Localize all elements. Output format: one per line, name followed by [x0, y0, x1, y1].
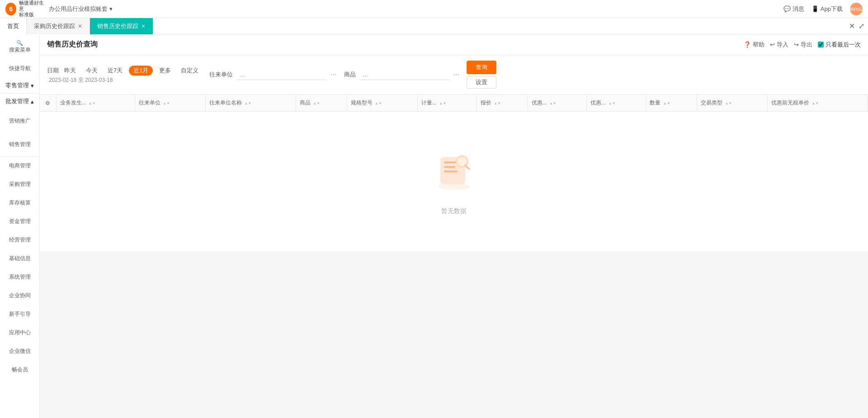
sidebar: 🔍 搜索菜单 快捷导航 零售管理 ▾ 批发管理 ▴ 营销推广 [0, 34, 40, 418]
page-header-actions: ❓ 帮助 ↩ 导入 ↪ 导出 只看最后一次 [744, 41, 861, 49]
sort-icon: ▲▼ [245, 101, 252, 105]
page-title: 销售历史价查询 [47, 40, 98, 49]
sidebar-item-ecommerce[interactable]: 电商管理 [0, 157, 39, 175]
export-button[interactable]: ↪ 导出 [794, 41, 812, 49]
tab-home[interactable]: 首页 [0, 18, 27, 34]
query-button[interactable]: 查询 [467, 61, 496, 74]
column-discount2[interactable]: 优惠... ▲▼ [587, 95, 646, 112]
sidebar-quick-nav[interactable]: 快捷导航 [0, 59, 39, 78]
message-button[interactable]: 💬 消息 [783, 5, 804, 13]
sidebar-search[interactable]: 🔍 搜索菜单 [0, 34, 39, 59]
sidebar-item-app-center[interactable]: 应用中心 [0, 323, 39, 342]
top-header: 6 畅捷通好生意 标准版 办公用品行业模拟账套 ▾ 💬 消息 📱 App下载 d… [0, 0, 868, 18]
sidebar-item-system[interactable]: 系统管理 [0, 268, 39, 286]
filter-actions: 查询 设置 [467, 61, 496, 89]
sort-icon: ▲▼ [313, 101, 320, 105]
goods-label: 商品 [344, 71, 356, 79]
column-trade-type[interactable]: 交易类型 ▲▼ [697, 95, 768, 112]
column-quantity[interactable]: 数量 ▲▼ [646, 95, 697, 112]
sidebar-item-wechat[interactable]: 企业微信 [0, 342, 39, 361]
filter-row: 日期 昨天 今天 近7天 近1月 更多 自定义 2023-02-18 至 202… [47, 61, 861, 89]
sidebar-item-vip[interactable]: 畅会员 [0, 361, 39, 379]
sidebar-item-wholesale[interactable]: 批发管理 ▴ [0, 94, 39, 109]
filter-bar: 日期 昨天 今天 近7天 近1月 更多 自定义 2023-02-18 至 202… [40, 55, 868, 95]
sidebar-item-sales-mgr[interactable]: 销售管理 [0, 133, 39, 156]
sidebar-item-finance[interactable]: 资金管理 [0, 212, 39, 231]
only-last-input[interactable] [818, 42, 824, 48]
sidebar-item-guide[interactable]: 新手引导 [0, 305, 39, 323]
column-pre-tax-price[interactable]: 优惠前无税单价 ▲▼ [768, 95, 868, 112]
message-icon: 💬 [783, 5, 791, 12]
sort-icon: ▲▼ [439, 101, 446, 105]
date-yesterday[interactable]: 昨天 [61, 66, 80, 76]
logo-text: 畅捷通好生意 标准版 [19, 0, 45, 18]
column-counterparty[interactable]: 往来单位 ▲▼ [135, 95, 205, 112]
only-last-checkbox[interactable]: 只看最后一次 [818, 41, 861, 49]
avatar[interactable]: demo2 [850, 3, 863, 15]
date-7days[interactable]: 近7天 [104, 66, 126, 76]
column-discount1[interactable]: 优惠... ▲▼ [528, 95, 587, 112]
sidebar-item-operations[interactable]: 经营管理 [0, 231, 39, 249]
workspace-selector[interactable]: 办公用品行业模拟账套 ▾ [45, 3, 116, 15]
date-today[interactable]: 今天 [82, 66, 101, 76]
maximize-button[interactable]: ⤢ [859, 22, 864, 30]
date-1month[interactable]: 近1月 [129, 66, 153, 76]
goods-input[interactable] [359, 69, 450, 80]
sidebar-item-basic[interactable]: 基础信息 [0, 249, 39, 268]
date-options: 昨天 今天 近7天 近1月 更多 自定义 [61, 66, 202, 76]
column-goods[interactable]: 商品 ▲▼ [296, 95, 347, 112]
tabs-bar: 首页 采购历史价跟踪 ✕ 销售历史价跟踪 ✕ ✕ ⤢ [0, 18, 868, 34]
export-icon: ↪ [794, 41, 799, 48]
date-custom[interactable]: 自定义 [177, 66, 202, 76]
wholesale-sub-items: 营销推广 销售管理 [0, 109, 39, 156]
sidebar-item-purchase-mgr[interactable]: 采购管理 [0, 175, 39, 194]
counterparty-input[interactable] [236, 69, 327, 80]
sidebar-group-wholesale: 批发管理 ▴ 营销推广 销售管理 [0, 94, 39, 157]
column-biz-date[interactable]: 业务发生... ▲▼ [56, 95, 135, 112]
import-button[interactable]: ↩ 导入 [770, 41, 788, 49]
data-table: ⚙ 业务发生... ▲▼ 往来单位 ▲▼ 往来单位名称 [40, 95, 868, 112]
tab-purchase[interactable]: 采购历史价跟踪 ✕ [27, 18, 90, 34]
column-counterparty-name[interactable]: 往来单位名称 ▲▼ [206, 95, 296, 112]
table-header-row: ⚙ 业务发生... ▲▼ 往来单位 ▲▼ 往来单位名称 [40, 95, 868, 112]
column-spec[interactable]: 规格型号 ▲▼ [347, 95, 417, 112]
empty-illustration [431, 148, 476, 193]
sort-icon: ▲▼ [609, 101, 616, 105]
help-icon: ❓ [744, 41, 751, 48]
date-more[interactable]: 更多 [156, 66, 175, 76]
counterparty-dots[interactable]: ··· [330, 71, 336, 79]
app-download-button[interactable]: 📱 App下载 [811, 5, 843, 13]
sidebar-item-enterprise[interactable]: 企业协同 [0, 286, 39, 305]
counterparty-label: 往来单位 [209, 71, 233, 79]
tab-sales[interactable]: 销售历史价跟踪 ✕ [90, 18, 153, 34]
date-filter-group: 日期 昨天 今天 近7天 近1月 更多 自定义 2023-02-18 至 202… [47, 66, 202, 84]
help-button[interactable]: ❓ 帮助 [744, 41, 764, 49]
sidebar-item-marketing[interactable]: 营销推广 [0, 109, 39, 133]
close-sales-tab-icon[interactable]: ✕ [141, 23, 146, 29]
empty-text: 暂无数据 [441, 207, 467, 215]
chevron-down-icon: ▾ [31, 82, 34, 89]
sort-icon: ▲▼ [494, 101, 501, 105]
column-quote[interactable]: 报价 ▲▼ [476, 95, 528, 112]
svg-rect-4 [444, 171, 458, 172]
sort-icon: ▲▼ [163, 101, 170, 105]
column-settings[interactable]: ⚙ [40, 95, 56, 112]
counterparty-filter: 往来单位 ··· [209, 69, 336, 80]
sort-icon: ▲▼ [89, 101, 96, 105]
content-area: 销售历史价查询 ❓ 帮助 ↩ 导入 ↪ 导出 [40, 34, 868, 418]
close-purchase-tab-icon[interactable]: ✕ [78, 23, 82, 29]
settings-icon: ⚙ [45, 100, 50, 106]
sort-icon: ▲▼ [812, 101, 819, 105]
tab-actions: ✕ ⤢ [849, 22, 868, 30]
logo-icon: 6 [5, 3, 16, 15]
settings-button[interactable]: 设置 [467, 76, 496, 89]
goods-filter: 商品 ··· [344, 69, 459, 80]
sidebar-item-retail[interactable]: 零售管理 ▾ [0, 78, 39, 93]
app-icon: 📱 [811, 5, 819, 12]
sidebar-item-inventory[interactable]: 库存核算 [0, 194, 39, 212]
goods-dots[interactable]: ··· [453, 71, 459, 79]
empty-icon [431, 148, 476, 202]
chevron-down-icon: ▾ [109, 5, 113, 12]
column-unit[interactable]: 计量... ▲▼ [417, 95, 476, 112]
close-all-tabs-button[interactable]: ✕ [849, 22, 855, 30]
